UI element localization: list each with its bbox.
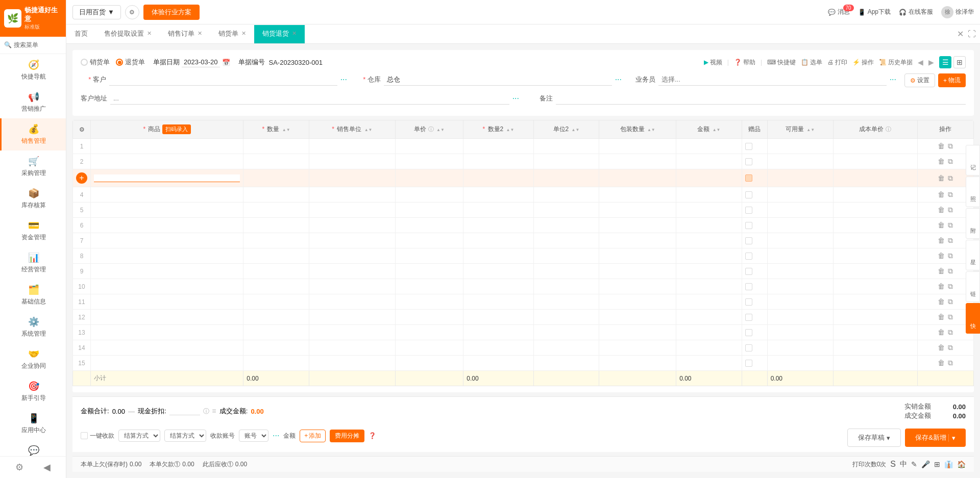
calendar-icon[interactable]: 📅 [222,59,230,66]
gift-checkbox[interactable] [745,158,752,165]
settlement-select[interactable]: 结算方式 [118,430,160,442]
product-input[interactable] [94,174,240,182]
qty-cell[interactable] [243,154,309,169]
next-icon[interactable]: ▶ [928,58,934,66]
unit-cell[interactable] [309,139,395,154]
avail-cell-active[interactable] [767,169,833,187]
gift-checkbox[interactable] [745,268,752,275]
tool1-icon[interactable]: 中 [900,460,907,469]
copy-btn[interactable]: ⧉ [948,267,953,275]
user-menu[interactable]: 徐 徐泽华 [941,6,974,18]
sort-icon[interactable]: ▲▼ [436,128,445,132]
quick-photo-btn[interactable]: 照 [966,177,980,207]
staff-input[interactable] [658,73,887,86]
toolbar-shortcut[interactable]: ⌨ 快捷键 [767,58,796,67]
tab-sale-delivery[interactable]: 销货单 ✕ [210,25,254,43]
chevron-down-icon[interactable]: ▾ [887,434,890,442]
gift-checkbox[interactable] [745,329,752,336]
doc-settings-btn[interactable]: ⚙ 设置 [904,73,935,87]
cash-discount-input[interactable] [169,407,200,415]
unit2-cell-active[interactable] [533,169,599,187]
chevron-down-icon[interactable]: ▾ [948,434,955,442]
account-picker[interactable]: ··· [273,431,279,440]
app-download-btn[interactable]: 📱 App下载 [858,8,891,16]
warehouse-input[interactable] [384,73,612,86]
sidebar-item-marketing[interactable]: 📢 营销推广 [0,86,66,118]
cost-cell[interactable] [833,154,917,169]
sort-icon[interactable]: ▲▼ [282,128,290,132]
copy-btn[interactable]: ⧉ [948,251,953,260]
avail-cell[interactable] [767,139,833,154]
copy-btn[interactable]: ⧉ [948,221,953,230]
sort-icon[interactable]: ▲▼ [713,128,721,132]
add-payment-btn[interactable]: + 添加 [300,430,326,442]
price-cell[interactable] [396,139,463,154]
tab-close-icon[interactable]: ✕ [147,30,152,37]
toolbar-select[interactable]: 📋 选单 [801,58,822,67]
sort-icon[interactable]: ▲▼ [506,128,514,132]
price-cell[interactable] [396,154,463,169]
daily-selector[interactable]: 日用百货 ▼ [72,5,121,19]
copy-btn[interactable]: ⧉ [948,282,953,291]
delete-btn[interactable]: 🗑 [938,328,945,337]
tab-sale-return[interactable]: 销货退货 ✕ [254,25,305,43]
address-input[interactable] [110,92,509,105]
online-service-btn[interactable]: 🎧 在线客服 [899,8,933,16]
tool2-icon[interactable]: ✎ [911,460,917,468]
gift-checkbox[interactable] [745,143,752,150]
radio-delivery[interactable]: 销货单 [81,58,110,67]
copy-btn[interactable]: ⧉ [948,206,953,214]
copy-btn[interactable]: ⧉ [948,174,953,183]
tab-sale-price[interactable]: 售价提取设置 ✕ [96,25,160,43]
delete-btn[interactable]: 🗑 [938,157,945,166]
sort-icon[interactable]: ▲▼ [806,128,815,132]
sort-icon[interactable]: ▲▼ [647,128,655,132]
product-cell[interactable] [91,139,243,154]
delete-btn[interactable]: 🗑 [938,251,945,260]
tool5-icon[interactable]: 👔 [944,460,953,468]
account-select[interactable]: 账号 [239,430,268,442]
one-click-payment[interactable]: 一键收款 [81,432,114,440]
quick-note-btn[interactable]: 记 [966,145,980,175]
sidebar-settings-icon[interactable]: ⚙ [15,462,23,473]
gift-checkbox[interactable] [745,237,752,244]
close-tab-icon[interactable]: ✕ [957,29,964,39]
gift-checkbox[interactable] [745,314,752,321]
gift-checkbox[interactable] [745,344,752,351]
copy-btn[interactable]: ⧉ [948,343,953,352]
tab-home[interactable]: 首页 [66,25,96,43]
qty2-cell[interactable] [463,154,534,169]
toolbar-print[interactable]: 🖨 打印 [827,58,847,67]
toolbar-operate[interactable]: ⚡ 操作 [852,58,874,67]
delete-btn[interactable]: 🗑 [938,267,945,275]
warehouse-picker-btn[interactable]: ··· [615,75,622,84]
view-list-btn[interactable]: ☰ [939,56,951,68]
gift-checkbox[interactable] [745,360,752,367]
copy-btn[interactable]: ⧉ [948,297,953,306]
pkg-cell[interactable] [599,139,676,154]
copy-btn[interactable]: ⧉ [948,328,953,337]
fee-help-icon[interactable]: ❓ [369,432,376,439]
topbar-settings-btn[interactable]: ⚙ [125,5,139,19]
add-row-btn[interactable]: + [76,172,87,184]
sidebar-item-sales[interactable]: 💰 销售管理 [0,118,66,150]
copy-btn[interactable]: ⧉ [948,142,953,150]
scan-btn[interactable]: 扫码录入 [162,124,191,134]
copy-btn[interactable]: ⧉ [948,359,953,367]
pkg-cell[interactable] [599,154,676,169]
maximize-icon[interactable]: ⛶ [968,30,976,39]
tab-sale-order[interactable]: 销售订单 ✕ [160,25,210,43]
calc-select[interactable]: 结算方式 [164,430,206,442]
sidebar-item-system[interactable]: ⚙️ 系统管理 [0,311,66,343]
save-new-btn[interactable]: 保存&新增 ▾ [905,429,966,447]
unit2-cell[interactable] [533,154,599,169]
cost-cell[interactable] [833,139,917,154]
qty-cell[interactable] [243,139,309,154]
qty-cell-active[interactable] [243,169,309,187]
gift-checkbox[interactable] [745,191,752,198]
doc-date-value[interactable]: 2023-03-20 [182,57,220,67]
avail-cell[interactable] [767,154,833,169]
delete-btn[interactable]: 🗑 [938,297,945,306]
sidebar-item-base[interactable]: 🗂️ 基础信息 [0,279,66,311]
sidebar-item-enterprise[interactable]: 🤝 企业协同 [0,343,66,375]
